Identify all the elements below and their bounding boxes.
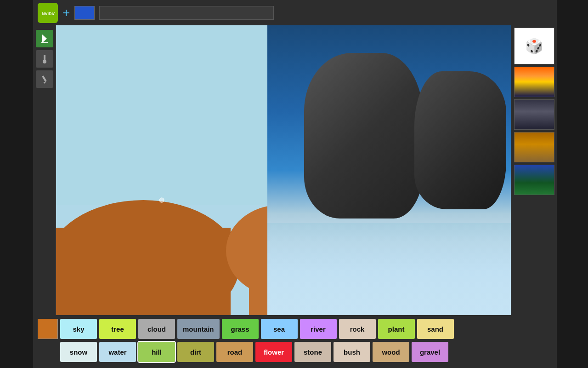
active-color-strip[interactable] <box>38 319 58 339</box>
label-plant[interactable]: plant <box>378 319 415 339</box>
svg-marker-7 <box>43 82 46 84</box>
label-water[interactable]: water <box>99 342 136 362</box>
svg-rect-6 <box>42 75 46 82</box>
sunset-thumb[interactable] <box>514 67 554 97</box>
top-bar: NVIDIA + <box>33 0 557 25</box>
label-snow[interactable]: snow <box>60 342 97 362</box>
svg-rect-3 <box>41 42 48 43</box>
add-button[interactable]: + <box>62 6 70 19</box>
left-toolbar <box>33 25 56 315</box>
right-sidebar: 🎲 <box>511 25 557 315</box>
nvidia-logo: NVIDIA <box>38 3 58 23</box>
rocks-thumb[interactable] <box>514 132 554 162</box>
label-tree[interactable]: tree <box>99 319 136 339</box>
fill-tool-button[interactable] <box>36 30 53 47</box>
water-surface <box>267 223 511 315</box>
label-rock[interactable]: rock <box>339 319 376 339</box>
label-flower[interactable]: flower <box>255 342 292 362</box>
svg-rect-12 <box>249 223 267 315</box>
svg-point-5 <box>43 60 46 63</box>
label-cloud[interactable]: cloud <box>138 319 175 339</box>
label-stone[interactable]: stone <box>294 342 331 362</box>
label-grass[interactable]: grass <box>222 319 259 339</box>
label-gravel[interactable]: gravel <box>412 342 448 362</box>
svg-rect-4 <box>44 55 45 60</box>
svg-point-13 <box>159 198 164 202</box>
label-hill[interactable]: hill <box>138 342 175 362</box>
label-sky[interactable]: sky <box>60 319 97 339</box>
svg-text:NVIDIA: NVIDIA <box>42 12 55 16</box>
rock-right <box>414 71 506 209</box>
clouds-thumb[interactable] <box>514 99 554 130</box>
main-content: 🎲 <box>33 25 557 315</box>
random-thumb[interactable]: 🎲 <box>514 28 554 64</box>
labels-row-1: sky tree cloud mountain grass sea river … <box>38 319 552 339</box>
pencil-tool-button[interactable] <box>36 70 53 88</box>
bottom-area: sky tree cloud mountain grass sea river … <box>33 315 557 368</box>
title-input[interactable] <box>99 6 274 20</box>
color-swatch[interactable] <box>74 6 95 20</box>
green-thumb[interactable] <box>514 165 554 195</box>
generated-image-area <box>267 25 511 315</box>
label-mountain[interactable]: mountain <box>177 319 220 339</box>
label-road[interactable]: road <box>216 342 253 362</box>
label-wood[interactable]: wood <box>373 342 409 362</box>
label-sea[interactable]: sea <box>261 319 298 339</box>
brush-tool-button[interactable] <box>36 50 53 68</box>
drawing-canvas[interactable] <box>56 25 267 315</box>
svg-marker-2 <box>42 34 47 43</box>
labels-row-2: snow water hill dirt road flower stone b… <box>38 342 552 362</box>
label-dirt[interactable]: dirt <box>177 342 214 362</box>
label-sand[interactable]: sand <box>417 319 454 339</box>
label-bush[interactable]: bush <box>334 342 370 362</box>
label-river[interactable]: river <box>300 319 337 339</box>
svg-rect-10 <box>56 228 231 315</box>
rock-left <box>304 53 424 218</box>
